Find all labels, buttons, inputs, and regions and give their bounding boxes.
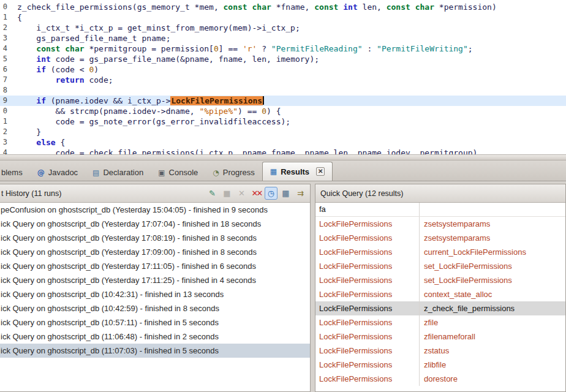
remove-all-icon[interactable]: ✕✕ [250,187,263,200]
history-panel: t History (11 runs) ✎■✕✕✕◷▦⇉ peConfusion… [0,184,311,392]
result-cell-symbol: LockFilePermissions [315,287,420,301]
history-row[interactable]: peConfusion on ghostscript_db (Yesterday… [0,203,310,217]
line-number[interactable]: 1 [0,12,7,23]
code-token: *permission) [434,2,497,12]
code-line[interactable]: 9 if (pname.iodev && i_ctx_p->LockFilePe… [0,96,566,106]
result-row[interactable]: LockFilePermissionsdorestore [315,372,565,386]
code-token: z_check_file_permissions(gs_memory_t *me… [17,2,224,12]
line-number[interactable]: 2 [0,23,7,33]
tab-problems[interactable]: blems [0,164,30,181]
history-row[interactable]: ick Query on ghostscript_db (10:42:31) -… [0,287,310,301]
horizontal-sash[interactable] [0,154,566,160]
result-cell-symbol: LockFilePermissions [315,301,420,315]
tab-results[interactable]: ▦Results✕ [262,162,333,181]
code-token [17,55,36,64]
code-token: } [17,127,41,137]
history-row[interactable]: ick Query on ghostscript_db (10:42:59) -… [0,301,310,315]
progress-icon: ◔ [213,168,219,177]
result-row[interactable]: LockFilePermissionszfile [315,315,565,330]
code-line[interactable]: 0z_check_file_permissions(gs_memory_t *m… [0,2,566,12]
line-number[interactable]: 4 [0,148,7,154]
filter-columns-icon[interactable]: ⇉ [294,187,307,200]
code-text: int code = gs_parse_file_name(&pname, fn… [7,54,319,64]
history-row[interactable]: ick Query on ghostscript_db (Yesterday 1… [0,231,310,245]
result-row[interactable]: LockFilePermissionszstatus [315,344,565,358]
history-row[interactable]: ick Query on ghostscript_db (Yesterday 1… [0,273,310,287]
tab-declaration[interactable]: ▤Declaration [85,164,151,181]
history-row[interactable]: ick Query on ghostscript_db (11:07:03) -… [0,344,310,358]
code-token [17,138,36,147]
code-token: const char [36,44,84,53]
code-token: code = check_file_permissions(i_ctx_p, p… [17,148,477,154]
line-number[interactable]: 3 [0,137,7,148]
code-token: ] == [219,44,243,53]
code-line[interactable]: 2 i_ctx_t *i_ctx_p = get_minst_from_memo… [0,23,566,33]
code-line[interactable]: 5 int code = gs_parse_file_name(&pname, … [0,54,566,64]
tab-console[interactable]: ▣Console [151,164,205,181]
code-token: 0 [214,44,219,53]
code-line[interactable]: 1{ [0,12,566,23]
line-number[interactable]: 2 [0,127,7,137]
stop-icon[interactable]: ■ [221,187,233,200]
code-line[interactable]: 2 } [0,127,566,137]
history-row[interactable]: ick Query on ghostscript_db (Yesterday 1… [0,217,310,231]
code-line[interactable]: 8 [0,85,566,96]
report-table-icon[interactable]: ▦ [279,187,292,200]
result-row[interactable]: LockFilePermissionsz_check_file_permissi… [315,301,565,315]
line-number[interactable]: 3 [0,33,7,43]
code-token: : [363,44,377,53]
tab-label: Progress [223,168,255,177]
result-cell-function: zlibfile [420,358,565,372]
line-number[interactable]: 4 [0,43,7,54]
tab-label: Declaration [103,168,143,177]
result-row[interactable]: LockFilePermissionscurrent_LockFilePermi… [315,245,565,259]
code-line[interactable]: 0 && strcmp(pname.iodev->dname, "%pipe%"… [0,106,566,116]
code-text: const char *permitgroup = permission[0] … [7,43,473,54]
code-line[interactable]: 3 else { [0,137,566,148]
tab-label: Javadoc [48,168,78,177]
vertical-sash[interactable] [311,184,315,392]
history-row[interactable]: ick Query on ghostscript_db (10:57:11) -… [0,315,310,330]
code-line[interactable]: 3 gs_parsed_file_name_t pname; [0,33,566,43]
code-text: if (pname.iodev && i_ctx_p->LockFilePerm… [7,96,264,106]
code-token: ) [94,65,99,74]
line-number[interactable]: 8 [0,85,7,96]
code-line[interactable]: 1 code = gs_note_error(gs_error_invalidf… [0,116,566,127]
history-row[interactable]: ick Query on ghostscript_db (Yesterday 1… [0,245,310,259]
tab-close-icon[interactable]: ✕ [316,167,325,176]
view-tab-bar: blems@Javadoc▤Declaration▣Console◔Progre… [0,160,566,181]
code-editor[interactable]: 0z_check_file_permissions(gs_memory_t *m… [0,0,566,154]
result-row[interactable]: LockFilePermissionscontext_state_alloc [315,287,565,301]
code-line[interactable]: 7 return code; [0,75,566,85]
result-row[interactable]: LockFilePermissionszsetsystemparams [315,231,565,245]
history-row[interactable]: ick Query on ghostscript_db (11:06:48) -… [0,330,310,344]
code-token: *fname, [271,2,314,12]
filter-input[interactable]: fa [315,203,420,216]
history-clock-icon[interactable]: ◷ [265,187,277,200]
remove-icon[interactable]: ✕ [235,187,248,200]
code-line[interactable]: 4 code = check_file_permissions(i_ctx_p,… [0,148,566,154]
result-row[interactable]: LockFilePermissionszfilenameforall [315,330,565,344]
result-cell-symbol: LockFilePermissions [315,372,420,386]
tab-progress[interactable]: ◔Progress [205,164,262,181]
line-number[interactable]: 7 [0,75,7,85]
line-number[interactable]: 9 [0,96,7,106]
new-report-icon[interactable]: ✎ [206,187,219,200]
result-row[interactable]: LockFilePermissionsset_LockFilePermissio… [315,259,565,273]
line-number[interactable]: 0 [0,2,7,12]
result-row[interactable]: LockFilePermissionszsetsystemparams [315,217,565,231]
result-cell-symbol: LockFilePermissions [315,217,420,231]
code-line[interactable]: 4 const char *permitgroup = permission[0… [0,43,566,54]
code-token: int [36,55,50,64]
line-number[interactable]: 0 [0,106,7,116]
result-row[interactable]: LockFilePermissionsset_LockFilePermissio… [315,273,565,287]
tab-javadoc[interactable]: @Javadoc [30,164,85,181]
code-token: ; [468,44,473,53]
line-number[interactable]: 1 [0,116,7,127]
code-line[interactable]: 6 if (code < 0) [0,64,566,75]
line-number[interactable]: 5 [0,54,7,64]
history-row[interactable]: ick Query on ghostscript_db (Yesterday 1… [0,259,310,273]
result-row[interactable]: LockFilePermissionszlibfile [315,358,565,372]
line-number[interactable]: 6 [0,64,7,75]
quick-query-panel: Quick Query (12 results) fa LockFilePerm… [315,184,566,392]
